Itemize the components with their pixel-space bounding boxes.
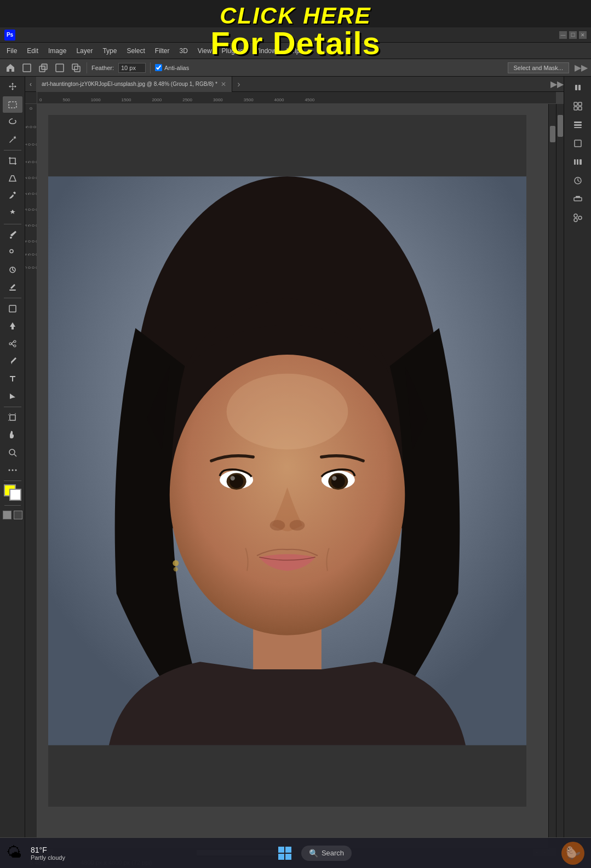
svg-line-15: [12, 342, 14, 344]
tool-artboard[interactable]: [3, 409, 22, 426]
right-panel-btn-7[interactable]: [568, 209, 588, 227]
search-text: Search: [322, 849, 344, 857]
subtract-selection-icon[interactable]: [54, 62, 66, 74]
intersect-selection-icon[interactable]: [70, 62, 82, 74]
tool-eyedropper[interactable]: [3, 188, 22, 204]
home-icon[interactable]: [4, 62, 16, 74]
svg-point-62: [578, 216, 582, 219]
antialias-checkbox[interactable]: Anti-alias: [155, 64, 189, 71]
ruler-corner-right: [556, 92, 564, 104]
tool-sep-4: [4, 407, 21, 407]
svg-point-24: [8, 470, 10, 471]
tool-clone[interactable]: [3, 244, 22, 261]
svg-rect-6: [74, 66, 80, 72]
svg-line-58: [578, 181, 579, 182]
svg-rect-17: [10, 415, 15, 420]
feather-label: Feather:: [91, 65, 114, 71]
normal-mode-btn[interactable]: [3, 511, 12, 519]
svg-rect-54: [577, 159, 578, 165]
right-panel-btn-2[interactable]: [568, 116, 588, 134]
tool-zoom[interactable]: [3, 444, 22, 461]
mask-mode-btn[interactable]: [14, 511, 22, 519]
tool-sep-2: [4, 224, 21, 224]
ruler-h-500: 500: [62, 97, 70, 102]
scrollbar-thumb-v[interactable]: [550, 126, 555, 142]
new-selection-icon[interactable]: [21, 62, 33, 74]
svg-rect-46: [578, 102, 582, 106]
tab-expand-button[interactable]: ›: [232, 77, 245, 92]
tool-heal[interactable]: [3, 205, 22, 222]
svg-rect-59: [574, 198, 582, 201]
temperature: 81°F: [31, 846, 65, 854]
svg-rect-0: [23, 64, 31, 72]
right-panel-collapse[interactable]: [568, 79, 588, 96]
windows-taskbar: 🌤 81°F Partly cloudy 🔍 Search 🦫: [0, 837, 591, 868]
svg-rect-53: [574, 159, 576, 165]
svg-point-25: [12, 470, 13, 471]
weather-condition: Partly cloudy: [31, 854, 65, 861]
tool-crop[interactable]: [3, 153, 22, 169]
tool-more[interactable]: [3, 462, 22, 478]
for-details-text: For Details: [0, 27, 591, 59]
svg-point-26: [15, 470, 16, 471]
click-here-text: CLICK HERE: [0, 4, 591, 27]
tab-close-button[interactable]: ✕: [221, 80, 226, 88]
tool-lasso[interactable]: [3, 114, 22, 130]
canvas-area: ‹ art-hauntington-jzY0KRJopEI-unsplash.j…: [25, 77, 564, 868]
svg-rect-11: [9, 305, 16, 312]
antialias-label: Anti-alias: [164, 65, 189, 71]
tab-filename: art-hauntington-jzY0KRJopEI-unsplash.jpg…: [42, 81, 217, 87]
arrange-docs-button[interactable]: ▶▶: [550, 77, 564, 92]
start-button[interactable]: [275, 843, 295, 863]
svg-point-41: [173, 560, 179, 566]
right-panel-btn-5[interactable]: [568, 172, 588, 189]
background-color[interactable]: [9, 489, 21, 501]
canvas-content[interactable]: ‹ › ‹ ›: [37, 104, 556, 856]
feather-input[interactable]: [118, 63, 146, 73]
tool-marquee[interactable]: [3, 96, 22, 113]
right-panel-btn-3[interactable]: [568, 135, 588, 152]
right-panel-btn-6[interactable]: [568, 190, 588, 208]
portrait-svg: [48, 115, 526, 807]
right-scrollbar-thumb[interactable]: [558, 115, 563, 137]
tool-path-select[interactable]: [3, 388, 22, 404]
ruler-h-0: 0: [39, 97, 42, 102]
tool-move[interactable]: [3, 79, 22, 95]
color-swatches[interactable]: [3, 483, 22, 502]
select-and-mask-button[interactable]: Select and Mask...: [508, 62, 570, 73]
main-area: ‹ art-hauntington-jzY0KRJopEI-unsplash.j…: [0, 77, 591, 868]
svg-rect-60: [576, 196, 580, 198]
svg-point-40: [290, 520, 305, 530]
tool-perspective[interactable]: [3, 170, 22, 187]
tab-bar: ‹ art-hauntington-jzY0KRJopEI-unsplash.j…: [25, 77, 564, 92]
svg-line-16: [12, 344, 14, 346]
tool-history-brush[interactable]: [3, 262, 22, 278]
antialias-check[interactable]: [155, 64, 162, 71]
ruler-top-row: 0 500 1000 1500 2000 2500 3000 3500 4000…: [25, 92, 564, 104]
tab-scroll-left[interactable]: ‹: [25, 77, 36, 92]
tool-eraser[interactable]: [3, 279, 22, 296]
add-selection-icon[interactable]: [37, 62, 49, 74]
tool-pen[interactable]: [3, 353, 22, 369]
tool-shape[interactable]: [3, 300, 22, 317]
active-tab[interactable]: art-hauntington-jzY0KRJopEI-unsplash.jpg…: [36, 77, 232, 92]
tool-brush[interactable]: [3, 227, 22, 243]
image-canvas[interactable]: [48, 115, 526, 807]
tool-text[interactable]: [3, 371, 22, 387]
vertical-scrollbar[interactable]: [548, 104, 556, 848]
tool-sep-5: [4, 481, 21, 481]
right-panel-btn-4[interactable]: [568, 153, 588, 171]
left-toolbar: [0, 77, 25, 868]
right-panel: [564, 77, 591, 868]
tool-magic-wand[interactable]: [3, 131, 22, 148]
ruler-h-2000: 2000: [152, 97, 162, 102]
tool-hand[interactable]: [3, 427, 22, 443]
tool-fill[interactable]: [3, 318, 22, 334]
right-panel-btn-1[interactable]: [568, 97, 588, 115]
svg-rect-66: [278, 854, 284, 860]
svg-point-30: [227, 374, 348, 450]
vertical-ruler: 0 500 1000 1500 2000 2500 3000 3500 4000…: [25, 104, 37, 856]
tool-neural[interactable]: [3, 335, 22, 352]
panel-toggle-icon[interactable]: ▶▶: [576, 62, 587, 73]
taskbar-search[interactable]: 🔍 Search: [301, 846, 352, 861]
